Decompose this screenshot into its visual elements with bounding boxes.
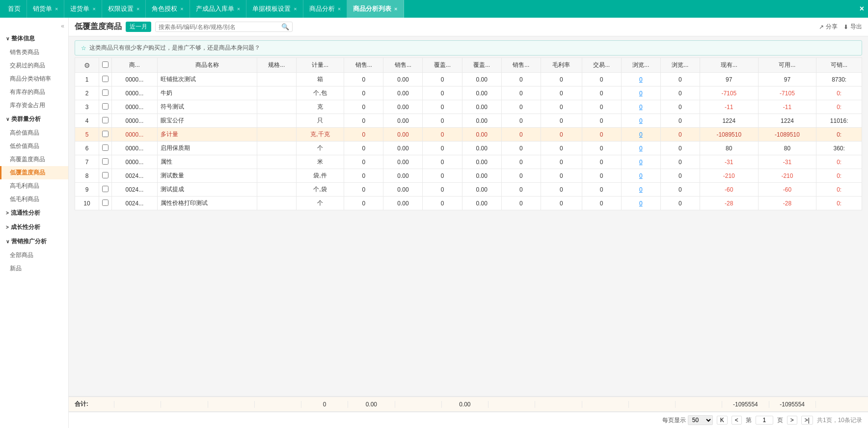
row-checkbox-cell[interactable] [99,183,112,197]
search-input[interactable] [159,24,281,30]
prev-page-button[interactable]: < [732,416,742,425]
data-table-container[interactable]: ⚙ 商... 商品名称 规格... 计量... 销售... 销售... 覆盖..… [75,57,862,396]
sidebar-item-traded-goods[interactable]: 交易过的商品 [0,59,68,72]
row-checkbox[interactable] [102,172,108,178]
row-stock-now: -28 [700,197,758,210]
sidebar-item-high-coverage[interactable]: 高覆盖度商品 [0,153,68,166]
row-sales-amt: 0.00 [383,86,423,100]
page-number-input[interactable] [756,416,773,425]
nav-tab-instock[interactable]: 产成品入库单 × [190,0,246,18]
sidebar-item-low-value[interactable]: 低价值商品 [0,140,68,153]
row-view-cnt: 0 [660,100,700,114]
close-icon[interactable]: × [136,6,139,12]
row-view-link[interactable]: 0 [621,197,660,210]
sidebar-item-all-goods[interactable]: 全部商品 [0,249,68,262]
row-view-link[interactable]: 0 [621,169,660,183]
row-checkbox-cell[interactable] [99,100,112,114]
row-checkbox-cell[interactable] [99,114,112,128]
footer-spacer-7 [535,401,581,408]
row-checkbox[interactable] [102,158,108,165]
row-sales-qty: 0 [344,73,383,86]
row-view-link[interactable]: 0 [621,183,660,197]
sidebar-item-high-value[interactable]: 高价值商品 [0,126,68,140]
row-no: 4 [75,114,99,128]
row-checkbox-cell[interactable] [99,86,112,100]
row-checkbox[interactable] [102,76,108,82]
row-view-link[interactable]: 0 [621,142,660,155]
close-all-button[interactable]: × [860,4,864,13]
share-button[interactable]: ↗ 分享 [819,23,838,31]
sidebar-section-cluster[interactable]: ∨ 类群量分析 [0,112,68,126]
sidebar-item-new-goods[interactable]: 新品 [0,262,68,275]
sidebar-item-in-stock[interactable]: 有库存的商品 [0,86,68,99]
sidebar-item-low-profit[interactable]: 低毛利商品 [0,193,68,206]
row-view-link[interactable]: 0 [621,128,660,142]
sidebar-section-overall[interactable]: ∨ 整体信息 [0,31,68,46]
row-stock-sale: 0: [816,100,862,114]
row-code: 0024... [112,197,158,210]
row-view-link[interactable]: 0 [621,86,660,100]
tip-icon: ☆ [81,45,86,52]
row-cover-rate: 0.00 [462,197,501,210]
footer-spacer-6 [488,401,535,408]
sidebar-section-growth[interactable]: > 成长性分析 [0,220,68,234]
row-view-link[interactable]: 0 [621,73,660,86]
close-icon[interactable]: × [237,6,240,12]
nav-tab-analysis[interactable]: 商品分析 × [303,0,347,18]
row-stock-avail: 80 [758,142,816,155]
export-button[interactable]: ⬇ 导出 [843,23,862,31]
col-settings[interactable]: ⚙ [75,58,99,73]
close-icon[interactable]: × [92,6,95,12]
row-checkbox-cell[interactable] [99,197,112,210]
row-checkbox-cell[interactable] [99,73,112,86]
sidebar-section-liquidity[interactable]: > 流通性分析 [0,206,68,220]
close-icon[interactable]: × [338,6,341,12]
sidebar-item-category-rate[interactable]: 商品分类动销率 [0,72,68,86]
sidebar-item-high-profit[interactable]: 高毛利商品 [0,179,68,193]
next-page-button[interactable]: > [787,416,797,425]
footer-stock-avail-total: -1095554 [769,401,815,408]
pagination-bar: 每页显示 50 20 100 200 K < 第 页 > >| 共1页，10条记… [69,412,868,428]
close-icon[interactable]: × [55,6,58,12]
row-trade: 0 [582,86,621,100]
col-checkbox[interactable] [99,58,112,73]
sidebar-collapse-button[interactable]: « [0,21,68,31]
row-checkbox[interactable] [102,131,108,137]
row-checkbox[interactable] [102,89,108,96]
nav-tab-role[interactable]: 角色授权 × [146,0,190,18]
close-icon[interactable]: × [294,6,297,12]
sidebar-section-marketing[interactable]: ∨ 营销推广分析 [0,234,68,249]
row-checkbox-cell[interactable] [99,155,112,169]
row-sales-rank: 0 [501,183,541,197]
row-checkbox[interactable] [102,200,108,206]
last-page-button[interactable]: >| [801,416,813,425]
row-view-cnt: 0 [660,142,700,155]
close-icon[interactable]: × [394,6,397,12]
sidebar-item-stock-capital[interactable]: 库存资金占用 [0,99,68,112]
row-view-link[interactable]: 0 [621,114,660,128]
row-checkbox-cell[interactable] [99,128,112,142]
first-page-button[interactable]: K [717,416,728,425]
row-view-link[interactable]: 0 [621,100,660,114]
nav-tab-purchase[interactable]: 进货单 × [64,0,102,18]
row-checkbox-cell[interactable] [99,142,112,155]
period-button[interactable]: 近一月 [126,22,151,32]
sidebar-item-low-coverage[interactable]: 低覆盖度商品 [0,166,68,179]
nav-tab-sales[interactable]: 销货单 × [27,0,64,18]
row-checkbox[interactable] [102,186,108,192]
close-icon[interactable]: × [180,6,183,12]
nav-tab-permission[interactable]: 权限设置 × [102,0,146,18]
row-cover-rate: 0.00 [462,73,501,86]
row-view-link[interactable]: 0 [621,155,660,169]
row-checkbox[interactable] [102,144,108,151]
row-checkbox[interactable] [102,117,108,123]
nav-tab-analysis-list[interactable]: 商品分析列表 × [347,0,404,18]
row-checkbox-cell[interactable] [99,169,112,183]
nav-tab-home[interactable]: 首页 [2,0,27,18]
page-size-dropdown[interactable]: 50 20 100 200 [688,415,713,425]
sidebar-item-sales-goods[interactable]: 销售类商品 [0,46,68,59]
row-checkbox[interactable] [102,103,108,110]
search-icon[interactable]: 🔍 [281,23,289,30]
nav-tab-template[interactable]: 单据模板设置 × [246,0,303,18]
select-all-checkbox[interactable] [102,61,108,68]
